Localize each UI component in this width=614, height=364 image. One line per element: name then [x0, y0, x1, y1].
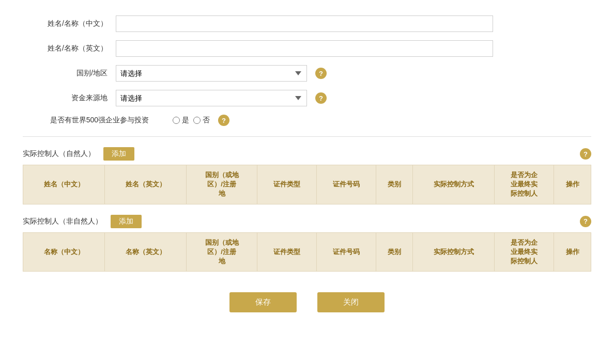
np-col-is-final-controller: 是否为企业最终实际控制人 — [495, 165, 554, 204]
nnp-col-action: 操作 — [554, 232, 591, 272]
natural-person-header: 实际控制人（自然人） 添加 ? — [23, 147, 591, 161]
natural-person-section: 实际控制人（自然人） 添加 ? 姓名（中文） 姓名（英文） 国别（或地区）/注册… — [23, 147, 591, 204]
natural-person-add-button[interactable]: 添加 — [103, 147, 134, 161]
nnp-col-category: 类别 — [376, 232, 413, 272]
name-en-input[interactable] — [116, 40, 493, 57]
fund-source-help-icon[interactable]: ? — [315, 92, 327, 104]
non-natural-person-header: 实际控制人（非自然人） 添加 ? — [23, 215, 591, 228]
name-cn-row: 姓名/名称（中文） — [23, 15, 591, 32]
name-en-row: 姓名/名称（英文） — [23, 40, 591, 57]
nnp-col-name-en: 名称（英文） — [105, 232, 187, 272]
radio-no-label: 否 — [203, 116, 210, 125]
country-select[interactable]: 请选择 — [116, 65, 307, 82]
world500-row: 是否有世界500强企业参与投资 是 否 ? — [23, 115, 591, 126]
world500-help-icon[interactable]: ? — [218, 115, 229, 126]
button-row: 保存 关闭 — [23, 292, 591, 312]
np-col-name-en: 姓名（英文） — [105, 165, 187, 204]
nnp-col-cert-type: 证件类型 — [257, 232, 316, 272]
form-section: 姓名/名称（中文） 姓名/名称（英文） 国别/地区 请选择 ? 资金来源地 请选… — [23, 15, 591, 126]
natural-person-table-header-row: 姓名（中文） 姓名（英文） 国别（或地区）/注册地 证件类型 证件号码 类别 实… — [23, 165, 591, 204]
non-natural-person-table: 名称（中文） 名称（英文） 国别（或地区）/注册地 证件类型 证件号码 类别 实… — [23, 232, 591, 272]
non-natural-person-table-header-row: 名称（中文） 名称（英文） 国别（或地区）/注册地 证件类型 证件号码 类别 实… — [23, 232, 591, 272]
np-col-country: 国别（或地区）/注册地 — [187, 165, 257, 204]
nnp-col-cert-no: 证件号码 — [316, 232, 376, 272]
non-natural-person-title: 实际控制人（非自然人） — [23, 217, 102, 226]
fund-source-select[interactable]: 请选择 — [116, 90, 307, 106]
save-button[interactable]: 保存 — [229, 292, 297, 312]
radio-yes[interactable] — [173, 117, 180, 124]
radio-yes-item[interactable]: 是 — [173, 116, 189, 125]
nnp-col-is-final-controller: 是否为企业最终实际控制人 — [495, 232, 554, 272]
radio-no[interactable] — [193, 117, 201, 124]
page-container: 姓名/名称（中文） 姓名/名称（英文） 国别/地区 请选择 ? 资金来源地 请选… — [23, 15, 591, 312]
np-col-cert-type: 证件类型 — [257, 165, 316, 204]
np-col-name-cn: 姓名（中文） — [23, 165, 105, 204]
name-cn-input[interactable] — [116, 15, 493, 32]
non-natural-person-help-icon[interactable]: ? — [580, 216, 591, 227]
name-cn-label: 姓名/名称（中文） — [23, 19, 116, 28]
country-label: 国别/地区 — [23, 69, 116, 78]
world500-radio-group: 是 否 — [173, 116, 210, 125]
non-natural-person-add-button[interactable]: 添加 — [111, 215, 142, 228]
np-col-action: 操作 — [554, 165, 591, 204]
separator-1 — [23, 136, 591, 137]
name-en-label: 姓名/名称（英文） — [23, 44, 116, 53]
radio-no-item[interactable]: 否 — [193, 116, 210, 125]
natural-person-help-icon[interactable]: ? — [580, 148, 591, 160]
np-col-control-method: 实际控制方式 — [413, 165, 495, 204]
natural-person-table: 姓名（中文） 姓名（英文） 国别（或地区）/注册地 证件类型 证件号码 类别 实… — [23, 165, 591, 204]
world500-label: 是否有世界500强企业参与投资 — [23, 116, 157, 125]
non-natural-person-section: 实际控制人（非自然人） 添加 ? 名称（中文） 名称（英文） 国别（或地区）/注… — [23, 215, 591, 272]
nnp-col-control-method: 实际控制方式 — [413, 232, 495, 272]
fund-source-row: 资金来源地 请选择 ? — [23, 90, 591, 106]
country-row: 国别/地区 请选择 ? — [23, 65, 591, 82]
nnp-col-name-cn: 名称（中文） — [23, 232, 105, 272]
country-help-icon[interactable]: ? — [315, 68, 327, 79]
fund-source-label: 资金来源地 — [23, 93, 116, 103]
radio-yes-label: 是 — [182, 116, 189, 125]
np-col-cert-no: 证件号码 — [316, 165, 376, 204]
close-button[interactable]: 关闭 — [317, 292, 385, 312]
natural-person-title: 实际控制人（自然人） — [23, 149, 95, 159]
np-col-category: 类别 — [376, 165, 413, 204]
nnp-col-country: 国别（或地区）/注册地 — [187, 232, 257, 272]
